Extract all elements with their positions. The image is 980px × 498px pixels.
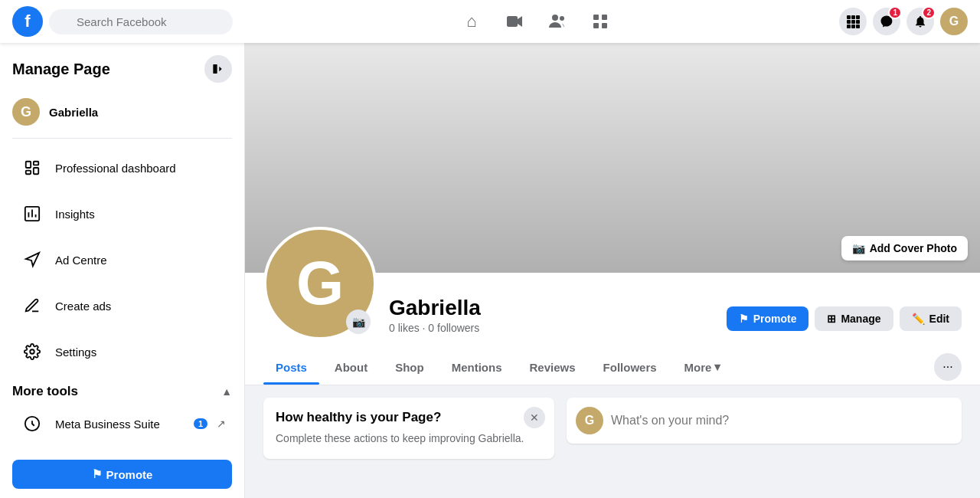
sidebar: Manage Page G Gabriella Professional das…	[0, 43, 245, 498]
more-tools-section: More tools ▲ Meta Business Suite 1 ↗	[0, 375, 244, 451]
svg-rect-16	[856, 25, 860, 28]
sidebar-page-item[interactable]: G Gabriella	[0, 92, 244, 132]
svg-rect-19	[34, 162, 38, 165]
svg-rect-6	[593, 23, 599, 28]
tab-reviews[interactable]: Reviews	[518, 350, 588, 385]
more-tools-title: More tools	[12, 384, 78, 399]
profile-avatar-wrap: G 📷	[263, 227, 377, 340]
create-ads-icon	[18, 292, 46, 319]
sidebar-title: Manage Page	[12, 61, 110, 78]
whats-on-mind-input[interactable]	[611, 414, 952, 428]
dashboard-icon	[18, 154, 46, 182]
ad-centre-icon	[18, 246, 46, 274]
manage-icon: ⊞	[827, 313, 836, 325]
meta-business-suite-item[interactable]: Meta Business Suite 1 ↗	[12, 402, 232, 445]
messenger-button[interactable]: 1	[873, 8, 900, 35]
facebook-logo[interactable]: f	[12, 6, 43, 37]
main-content: 📷 Add Cover Photo G 📷 Gabriella 0 likes …	[245, 43, 980, 498]
svg-rect-10	[856, 15, 860, 19]
nav-center: ⌂	[233, 3, 839, 40]
svg-rect-13	[856, 20, 860, 24]
tab-posts[interactable]: Posts	[263, 350, 319, 385]
tab-more[interactable]: More ▾	[672, 349, 733, 385]
external-link-icon: ↗	[217, 418, 226, 430]
apps-button[interactable]	[839, 8, 867, 35]
bottom-content: How healthy is your Page? Complete these…	[245, 385, 980, 471]
svg-rect-14	[847, 25, 851, 28]
meta-business-badge: 1	[194, 418, 207, 429]
sidebar-item-professional-dashboard[interactable]: Professional dashboard	[6, 146, 238, 189]
profile-actions: ⚑ Promote ⊞ Manage ✏️ Edit	[727, 306, 962, 340]
svg-rect-9	[851, 15, 855, 19]
edit-button[interactable]: ✏️ Edit	[900, 306, 962, 331]
tab-mentions[interactable]: Mentions	[439, 350, 514, 385]
nav-home-button[interactable]: ⌂	[453, 3, 490, 40]
ad-centre-label: Ad Centre	[55, 254, 107, 267]
svg-rect-17	[213, 64, 217, 74]
meta-business-label: Meta Business Suite	[55, 418, 185, 431]
tab-followers[interactable]: Followers	[591, 350, 669, 385]
svg-point-2	[552, 15, 558, 21]
svg-point-26	[30, 349, 34, 354]
sidebar-item-ad-centre[interactable]: Ad Centre	[6, 238, 238, 281]
svg-rect-15	[851, 25, 855, 28]
chevron-up-icon: ▲	[221, 385, 232, 398]
sidebar-header: Manage Page	[0, 43, 244, 92]
notifications-badge: 2	[922, 6, 936, 19]
profile-stats: 0 likes · 0 followers	[389, 322, 727, 334]
svg-rect-11	[847, 20, 851, 24]
promote-button[interactable]: ⚑ Promote	[727, 306, 809, 331]
insights-icon	[18, 200, 46, 228]
chevron-down-icon: ▾	[714, 360, 720, 374]
health-card-title: How healthy is your Page?	[276, 410, 542, 425]
camera-icon: 📷	[852, 242, 865, 254]
manage-button[interactable]: ⊞ Manage	[815, 306, 893, 331]
health-card-close-button[interactable]: ✕	[524, 407, 545, 428]
promote-flag-icon: ⚑	[92, 467, 102, 481]
sidebar-promote-button[interactable]: ⚑ Promote	[12, 460, 232, 489]
nav-right: 1 2 G	[839, 8, 968, 35]
messenger-badge: 1	[888, 6, 902, 19]
sidebar-item-insights[interactable]: Insights	[6, 192, 238, 235]
profile-text: Gabriella 0 likes · 0 followers	[389, 296, 727, 340]
create-ads-label: Create ads	[55, 300, 111, 313]
profile-info-row: G 📷 Gabriella 0 likes · 0 followers ⚑ Pr…	[263, 273, 962, 349]
sidebar-item-create-ads[interactable]: Create ads	[6, 284, 238, 327]
tab-options-button[interactable]: ···	[934, 353, 962, 381]
notifications-button[interactable]: 2	[906, 8, 934, 35]
sidebar-item-settings[interactable]: Settings	[6, 330, 238, 373]
top-navigation: f 🔍 ⌂ 1 2 G	[0, 0, 980, 43]
meta-business-icon	[18, 410, 46, 437]
more-tools-toggle[interactable]: More tools ▲	[12, 381, 232, 402]
svg-rect-8	[847, 15, 851, 19]
sidebar-page-name: Gabriella	[49, 106, 98, 119]
tab-about[interactable]: About	[322, 350, 380, 385]
svg-rect-20	[34, 168, 38, 174]
sidebar-divider	[12, 138, 232, 139]
search-input[interactable]	[49, 9, 233, 34]
sidebar-page-avatar: G	[12, 98, 40, 126]
settings-label: Settings	[55, 346, 96, 359]
svg-rect-12	[851, 20, 855, 24]
svg-point-3	[560, 16, 564, 21]
add-cover-photo-button[interactable]: 📷 Add Cover Photo	[841, 236, 968, 260]
svg-rect-0	[507, 16, 518, 27]
whats-on-mind-card[interactable]: G	[567, 398, 962, 444]
health-card: How healthy is your Page? Complete these…	[263, 398, 554, 459]
svg-rect-5	[602, 15, 607, 20]
change-photo-button[interactable]: 📷	[346, 310, 371, 334]
svg-rect-7	[602, 23, 607, 28]
tab-shop[interactable]: Shop	[383, 350, 436, 385]
svg-rect-4	[593, 15, 599, 20]
edit-icon: ✏️	[912, 313, 925, 325]
profile-name: Gabriella	[389, 296, 727, 320]
insights-label: Insights	[55, 208, 95, 221]
sidebar-collapse-button[interactable]	[204, 55, 232, 83]
nav-store-button[interactable]	[582, 3, 619, 40]
main-layout: Manage Page G Gabriella Professional das…	[0, 43, 980, 498]
nav-video-button[interactable]	[496, 3, 533, 40]
user-avatar-button[interactable]: G	[940, 8, 968, 35]
svg-marker-1	[518, 16, 522, 27]
nav-people-button[interactable]	[539, 3, 576, 40]
settings-icon	[18, 338, 46, 365]
